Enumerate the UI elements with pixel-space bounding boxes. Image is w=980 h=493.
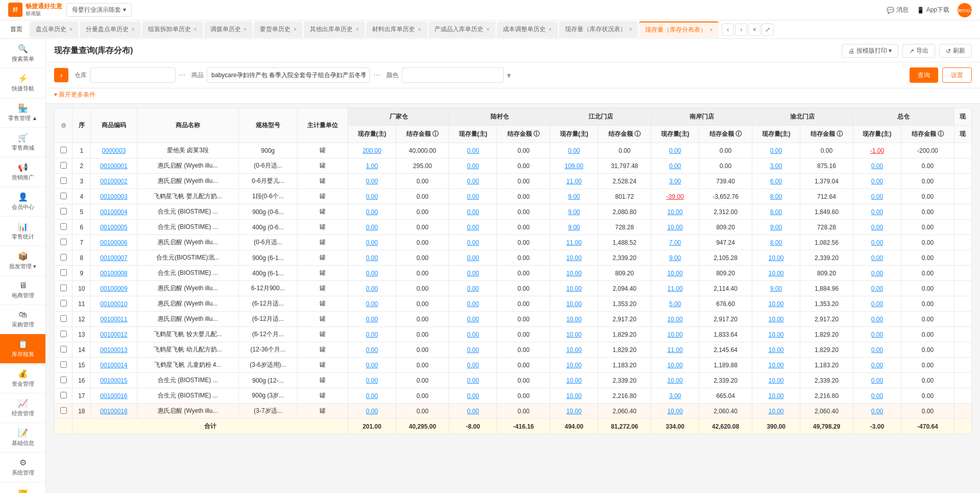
close-icon[interactable]: × bbox=[486, 27, 489, 32]
print-btn[interactable]: 🖨 按模版打印 ▾ bbox=[842, 44, 898, 58]
tab-1[interactable]: 盘点单历史 × bbox=[30, 21, 79, 38]
sidebar-item-retail-stats[interactable]: 📊 零售统计 bbox=[0, 217, 45, 246]
query-btn[interactable]: 查询 bbox=[910, 67, 938, 83]
table-cell-checkbox[interactable] bbox=[55, 250, 72, 266]
refresh-btn[interactable]: ↺ 刷新 bbox=[939, 44, 972, 58]
sidebar-item-base-info[interactable]: 📝 基础信息 bbox=[0, 423, 45, 453]
sidebar-mall-label: 零售商城 bbox=[3, 144, 42, 152]
export-btn[interactable]: ↗ 导出 bbox=[902, 44, 935, 58]
settings-btn[interactable]: 设置 bbox=[942, 67, 972, 83]
nav-close-btn[interactable]: × bbox=[748, 24, 761, 36]
close-icon[interactable]: × bbox=[194, 27, 197, 32]
close-icon[interactable]: × bbox=[418, 27, 421, 32]
product-input[interactable] bbox=[207, 67, 370, 83]
avatar[interactable]: demo2 bbox=[958, 3, 972, 17]
table-cell-checkbox[interactable] bbox=[55, 266, 72, 281]
sidebar-item-retail-manage[interactable]: 🏪 零售管理 ▲ bbox=[0, 98, 45, 128]
warehouse-input[interactable] bbox=[90, 67, 176, 83]
warehouse-dots[interactable]: ··· bbox=[179, 71, 185, 80]
th-jb-amt: 结存金额 ⓘ bbox=[598, 126, 651, 143]
sidebar-item-retail-mall[interactable]: 🛒 零售商城 bbox=[0, 128, 45, 157]
sidebar-item-collab[interactable]: 🤝 企业协同 bbox=[0, 482, 45, 493]
close-icon[interactable]: × bbox=[244, 27, 247, 32]
tab-11-active[interactable]: 现存量（库存分布表） × bbox=[639, 21, 719, 38]
table-cell-yb-amt: 2,339.20 bbox=[800, 250, 853, 266]
tab-2[interactable]: 分量盘点单历史 × bbox=[80, 21, 141, 38]
close-icon[interactable]: × bbox=[356, 27, 359, 32]
table-cell-checkbox[interactable] bbox=[55, 220, 72, 235]
sidebar-item-system[interactable]: ⚙ 系统管理 bbox=[0, 453, 45, 482]
close-icon[interactable]: × bbox=[69, 27, 72, 32]
table-cell-luo-qty: 0.00 bbox=[449, 174, 497, 189]
table-cell-checkbox[interactable] bbox=[55, 174, 72, 189]
table-cell-checkbox[interactable] bbox=[55, 358, 72, 373]
tab-home[interactable]: 首页 bbox=[4, 21, 29, 38]
table-cell-checkbox[interactable] bbox=[55, 404, 72, 419]
table-cell-code: 0000003 bbox=[91, 143, 137, 158]
table-cell-checkbox[interactable] bbox=[55, 281, 72, 296]
table-cell-fac-amt: 0.00 bbox=[396, 174, 449, 189]
close-icon[interactable]: × bbox=[629, 27, 632, 32]
nav-prev-btn[interactable]: ‹ bbox=[722, 24, 734, 36]
sidebar-item-search[interactable]: 🔍 搜索英单 bbox=[0, 39, 45, 68]
table-cell-yb-amt: 1,183.20 bbox=[800, 358, 853, 373]
table-cell-tot-amt: 0.00 bbox=[901, 174, 954, 189]
th-luoshan-wh: 陆村仓 bbox=[449, 108, 550, 126]
sidebar-item-purchase[interactable]: 🛍 采购管理 bbox=[0, 305, 45, 334]
sidebar-item-quick-nav[interactable]: ⚡ 快捷导航 bbox=[0, 68, 45, 98]
app-download-btn[interactable]: 📱 App下载 bbox=[917, 6, 949, 14]
sidebar-item-member[interactable]: 👤 会员中心 bbox=[0, 187, 45, 217]
summary-yb-qty: 390.00 bbox=[752, 419, 800, 434]
sidebar-item-marketing[interactable]: 📢 营销推广 bbox=[0, 157, 45, 187]
table-cell-na-qty: 10.00 bbox=[651, 220, 699, 235]
close-icon[interactable]: × bbox=[709, 27, 713, 33]
table-cell-checkbox[interactable] bbox=[55, 158, 72, 174]
message-btn[interactable]: 💬 消息 bbox=[887, 6, 909, 14]
table-container[interactable]: ⚙ 序 商品编码 商品名称 规格型号 主计量单位 厂家仓 陆村仓 江北门店 南岸… bbox=[46, 104, 980, 493]
table-cell-checkbox[interactable] bbox=[55, 235, 72, 250]
table-cell-checkbox[interactable] bbox=[55, 204, 72, 220]
th-jiangbei-store: 江北门店 bbox=[550, 108, 651, 126]
expand-conditions-btn[interactable]: ▾ 展开更多条件 bbox=[54, 90, 972, 99]
table-cell-unit: 罐 bbox=[297, 266, 348, 281]
sidebar-item-inventory[interactable]: 📋 库存核算 bbox=[0, 334, 45, 364]
table-cell-checkbox[interactable] bbox=[55, 189, 72, 204]
tab-7[interactable]: 材料出库单历史 × bbox=[366, 21, 427, 38]
table-cell-na-amt: 2,060.40 bbox=[699, 404, 752, 419]
nav-next-btn[interactable]: › bbox=[735, 24, 747, 36]
sidebar-item-ecommerce[interactable]: 🖥 电商管理 bbox=[0, 276, 45, 305]
table-cell-checkbox[interactable] bbox=[55, 143, 72, 158]
product-dots[interactable]: ··· bbox=[373, 71, 380, 80]
table-cell-unit: 罐 bbox=[297, 189, 348, 204]
nav-expand-btn[interactable]: ⤢ bbox=[762, 24, 774, 36]
filter-collapse-btn[interactable]: › bbox=[54, 68, 68, 82]
tab-5[interactable]: 要货单历史 × bbox=[254, 21, 303, 38]
table-cell-luo-qty: 0.00 bbox=[449, 204, 497, 220]
table-cell-checkbox[interactable] bbox=[55, 342, 72, 358]
table-cell-checkbox[interactable] bbox=[55, 296, 72, 312]
table-cell-fac-amt: 0.00 bbox=[396, 250, 449, 266]
tab-4[interactable]: 调拨单历史 × bbox=[204, 21, 253, 38]
table-cell-checkbox[interactable] bbox=[55, 327, 72, 342]
sidebar-item-operations[interactable]: 📈 经营管理 bbox=[0, 393, 45, 423]
close-icon[interactable]: × bbox=[549, 27, 552, 32]
close-icon[interactable]: × bbox=[293, 27, 297, 32]
color-dropdown-icon[interactable]: ▾ bbox=[507, 71, 511, 80]
sidebar-item-finance[interactable]: 💰 资金管理 bbox=[0, 364, 45, 393]
tab-10[interactable]: 现存量（库存状况表） × bbox=[559, 21, 639, 38]
th-gear[interactable]: ⚙ bbox=[55, 108, 72, 143]
table-cell-checkbox[interactable] bbox=[55, 373, 72, 388]
color-input[interactable] bbox=[402, 67, 504, 83]
table-cell-jb-amt: 2,339.20 bbox=[598, 250, 651, 266]
close-icon[interactable]: × bbox=[132, 27, 135, 32]
table-cell-spec: 0-6月婴儿... bbox=[239, 174, 298, 189]
sidebar-item-wholesale[interactable]: 📦 批发管理 ▾ bbox=[0, 246, 45, 276]
table-cell-checkbox[interactable] bbox=[55, 312, 72, 327]
tab-9[interactable]: 成本调整单历史 × bbox=[497, 21, 558, 38]
tab-8[interactable]: 产成品入库单历史 × bbox=[428, 21, 496, 38]
tab-3[interactable]: 组装拆卸单历史 × bbox=[142, 21, 203, 38]
tab-6[interactable]: 其他出库单历史 × bbox=[304, 21, 365, 38]
table-cell-checkbox[interactable] bbox=[55, 388, 72, 404]
table-cell-current bbox=[954, 296, 971, 312]
store-selector[interactable]: 母婴行业演示陈套 ▾ bbox=[66, 3, 132, 17]
